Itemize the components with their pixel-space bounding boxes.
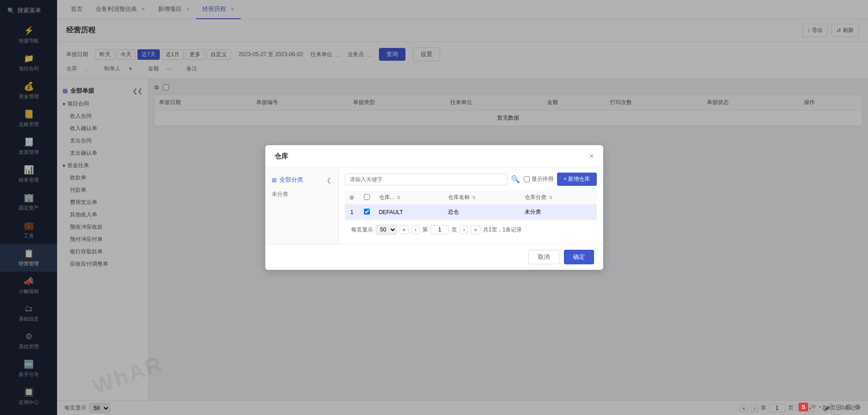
dialog-close-button[interactable]: ×: [589, 152, 594, 161]
dialog-left-panel: ⊞ 全部分类 ❮ 未分类: [265, 168, 338, 244]
row-code: DEFAULT: [374, 205, 443, 220]
dialog-first-page-btn[interactable]: «: [400, 225, 409, 234]
brand-logo: S: [799, 403, 808, 411]
dialog-table: ⚙ 仓库... ⇅ 仓库名称 ⇅ 仓库分类 ⇅ 1 DEFA: [345, 190, 597, 220]
dialog-all-category[interactable]: ⊞ 全部分类 ❮: [265, 173, 338, 187]
dialog-prev-page-btn[interactable]: ‹: [411, 225, 420, 234]
dialog-search-bar: 🔍 显示停用 + 新增仓库: [345, 173, 597, 186]
dialog-page-label-pre: 第: [422, 226, 428, 234]
row-checkbox[interactable]: [359, 205, 374, 220]
dialog-footer: 每页显示 50 « ‹ 第 页 › » 共1页，1条记录: [345, 220, 597, 239]
dialog-per-page-select[interactable]: 50: [376, 225, 397, 235]
add-warehouse-button[interactable]: + 新增仓库: [557, 173, 596, 186]
confirm-button[interactable]: 确定: [564, 250, 594, 264]
dialog-title: 仓库: [274, 152, 288, 161]
grid-icon[interactable]: ⊞: [836, 403, 842, 411]
mic-icon[interactable]: 🎤: [824, 403, 833, 411]
bottom-right-bar: S 中 • 🎤 ⊞ 🖥 ⚙: [799, 403, 861, 411]
dialog-col-category[interactable]: 仓库分类 ⇅: [520, 190, 597, 205]
brand-dot: •: [819, 404, 821, 410]
row-name: 总仓: [443, 205, 520, 220]
cancel-button[interactable]: 取消: [528, 250, 559, 264]
dialog-table-wrapper: ⚙ 仓库... ⇅ 仓库名称 ⇅ 仓库分类 ⇅ 1 DEFA: [345, 190, 597, 220]
show-disabled-checkbox[interactable]: [524, 176, 530, 182]
show-disabled-label: 显示停用: [524, 175, 553, 183]
dialog-pagination: 每页显示 50 « ‹ 第 页 › » 共1页，1条记录: [351, 225, 522, 235]
dialog-body: ⊞ 全部分类 ❮ 未分类 🔍 显示停用 + 新增仓库: [265, 168, 603, 244]
dialog-per-page-label: 每页显示: [351, 226, 373, 234]
gear-icon[interactable]: ⚙: [854, 403, 861, 411]
collapse-panel-icon[interactable]: ❮: [326, 177, 331, 184]
dialog-header: 仓库 ×: [265, 145, 603, 168]
row-index: 1: [345, 205, 359, 220]
dialog-last-page-btn[interactable]: »: [471, 225, 480, 234]
dialog-search-input[interactable]: [345, 173, 508, 185]
dialog-col-name[interactable]: 仓库名称 ⇅: [443, 190, 520, 205]
table-row[interactable]: 1 DEFAULT 总仓 未分类: [345, 205, 597, 220]
dialog-select-all[interactable]: [364, 194, 370, 200]
row-category: 未分类: [520, 205, 597, 220]
dialog-col-code[interactable]: 仓库... ⇅: [374, 190, 443, 205]
all-category-icon: ⊞: [272, 177, 277, 184]
dialog-search-button[interactable]: 🔍: [511, 175, 520, 184]
modal-overlay: 仓库 × ⊞ 全部分类 ❮ 未分类 🔍: [0, 0, 868, 415]
brand-text: 中: [811, 403, 816, 411]
dialog-category-unclassified[interactable]: 未分类: [265, 187, 338, 201]
dialog-total-label: 共1页，1条记录: [483, 226, 522, 234]
monitor-icon[interactable]: 🖥: [844, 403, 852, 411]
dialog-right-panel: 🔍 显示停用 + 新增仓库 ⚙ 仓库... ⇅: [338, 168, 603, 244]
dialog-action-bar: 取消 确定: [265, 244, 603, 270]
all-category-label: 全部分类: [279, 176, 303, 184]
dialog-col-settings[interactable]: ⚙: [345, 190, 359, 205]
dialog-col-checkbox: [359, 190, 374, 205]
dialog-next-page-btn[interactable]: ›: [460, 225, 468, 234]
warehouse-dialog: 仓库 × ⊞ 全部分类 ❮ 未分类 🔍: [265, 145, 603, 270]
dialog-page-label: 页: [452, 226, 457, 234]
dialog-page-input[interactable]: [431, 225, 449, 234]
